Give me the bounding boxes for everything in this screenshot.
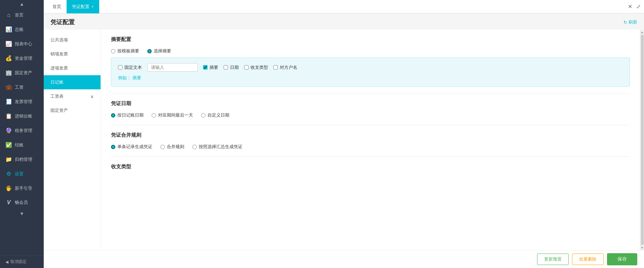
checkbox-income-type[interactable]: 收支类型 xyxy=(244,64,268,71)
main-area: 首页 凭证配置 × ✕ ⤢ 凭证配置 ↻ 刷新 公共选项 销项发票 进 xyxy=(44,0,644,268)
income-type-section: 收支类型 xyxy=(111,164,630,182)
tab-home[interactable]: 首页 xyxy=(47,0,67,13)
merge-rule-section: 凭证合并规则 单条记录生成凭证 合并规则 按照选择汇总生成凭证 xyxy=(111,132,630,157)
left-nav-payroll[interactable]: 工资表 ∨ xyxy=(44,89,101,103)
left-nav: 公共选项 销项发票 进项发票 日记账 工资表 ∨ 固定资产 xyxy=(44,30,101,250)
cancel-pin-button[interactable]: ◀ 取消固定 xyxy=(0,255,44,268)
abstract-section: 摘要配置 按模板摘要 选择摘要 固定文本 xyxy=(111,36,630,94)
scrollbar[interactable]: ▲ ▼ xyxy=(640,30,644,250)
checkbox-abstract[interactable]: 摘要 xyxy=(203,64,218,71)
radio-single-record[interactable]: 单条记录生成凭证 xyxy=(111,144,152,150)
home-icon: ⌂ xyxy=(5,12,12,18)
radio-due-last-day[interactable]: 对应期间最后一天 xyxy=(152,112,193,118)
bottom-bar: 更新预置 批量删除 保存 xyxy=(44,250,644,268)
sidebar-item-tax[interactable]: 🔮 税务管理 xyxy=(0,123,44,138)
tab-bar: 首页 凭证配置 × ✕ ⤢ xyxy=(44,0,644,13)
income-type-title: 收支类型 xyxy=(111,164,630,170)
merge-rule-radio-group: 单条记录生成凭证 合并规则 按照选择汇总生成凭证 xyxy=(111,144,630,150)
voucher-date-radio-group: 按日记账日期 对应期间最后一天 自定义日期 xyxy=(111,112,630,118)
report-icon: 📈 xyxy=(5,41,12,47)
update-preview-button[interactable]: 更新预置 xyxy=(537,254,569,265)
sidebar-item-fund[interactable]: 💰 资金管理 xyxy=(0,51,44,65)
tab-close-button[interactable]: × xyxy=(91,4,94,9)
member-icon: V xyxy=(5,199,12,206)
sidebar-scroll-down[interactable]: ▼ xyxy=(0,210,44,218)
save-button[interactable]: 保存 xyxy=(607,253,637,265)
merge-rule-title: 凭证合并规则 xyxy=(111,132,630,138)
sidebar-item-member[interactable]: V 畅会员 xyxy=(0,195,44,210)
assets-icon: 🏢 xyxy=(5,70,12,76)
abstract-section-title: 摘要配置 xyxy=(111,36,630,43)
left-nav-journal[interactable]: 日记账 xyxy=(44,75,101,89)
sidebar-item-settings[interactable]: ⚙ 设置 xyxy=(0,167,44,181)
page-title: 凭证配置 xyxy=(50,18,75,26)
radio-custom-date[interactable]: 自定义日期 xyxy=(201,112,229,118)
settings-icon: ⚙ xyxy=(5,171,12,177)
fixed-text-input[interactable] xyxy=(147,63,198,72)
checkbox-date[interactable]: 日期 xyxy=(224,64,239,71)
ledger-icon: 📊 xyxy=(5,26,12,33)
salary-icon: 💼 xyxy=(5,84,12,90)
left-nav-fixed-assets[interactable]: 固定资产 xyxy=(44,103,101,118)
invoice-icon: 🧾 xyxy=(5,98,12,105)
voucher-date-section: 凭证日期 按日记账日期 对应期间最后一天 自定义日期 xyxy=(111,100,630,125)
window-close-icon[interactable]: ✕ xyxy=(628,3,632,10)
abstract-radio-group: 按模板摘要 选择摘要 xyxy=(111,48,630,54)
checkbox-fixed-text[interactable]: 固定文本 xyxy=(118,64,142,71)
content-layout: 公共选项 销项发票 进项发票 日记账 工资表 ∨ 固定资产 摘要配置 xyxy=(44,30,644,250)
sidebar: ▲ ⌂ 首页 📊 总账 📈 报表中心 💰 资金管理 🏢 固定资产 💼 工资 🧾 … xyxy=(0,0,44,268)
sidebar-item-checkout[interactable]: ✅ 结账 xyxy=(0,138,44,152)
radio-template-abstract[interactable]: 按模板摘要 xyxy=(111,48,139,54)
pin-icon: ◀ xyxy=(5,260,8,264)
guide-icon: 🖐 xyxy=(5,185,12,191)
sidebar-item-archive[interactable]: 📁 归档管理 xyxy=(0,152,44,167)
batch-delete-button[interactable]: 批量删除 xyxy=(572,254,604,265)
sidebar-item-invoice[interactable]: 🧾 发票管理 xyxy=(0,94,44,109)
voucher-date-title: 凭证日期 xyxy=(111,100,630,107)
abstract-example: 例如： 摘要 xyxy=(118,75,623,81)
abstract-config-box: 固定文本 摘要 日期 收支类型 xyxy=(111,57,630,87)
refresh-button[interactable]: ↻ 刷新 xyxy=(623,19,637,25)
abstract-options-row: 固定文本 摘要 日期 收支类型 xyxy=(118,63,623,72)
sidebar-item-home[interactable]: ⌂ 首页 xyxy=(0,8,44,22)
refresh-icon: ↻ xyxy=(623,20,627,25)
radio-select-summary[interactable]: 按照选择汇总生成凭证 xyxy=(192,144,242,150)
radio-select-abstract[interactable]: 选择摘要 xyxy=(147,48,171,54)
page-header: 凭证配置 ↻ 刷新 xyxy=(44,13,644,30)
tax-icon: 🔮 xyxy=(5,127,12,134)
tab-voucher-config[interactable]: 凭证配置 × xyxy=(67,0,99,13)
sidebar-scroll-up[interactable]: ▲ xyxy=(0,0,44,8)
left-nav-public[interactable]: 公共选项 xyxy=(44,33,101,47)
right-content: 摘要配置 按模板摘要 选择摘要 固定文本 xyxy=(101,30,640,250)
chevron-down-icon: ∨ xyxy=(90,94,94,99)
radio-journal-date[interactable]: 按日记账日期 xyxy=(111,112,144,118)
left-nav-purchase-invoice[interactable]: 进项发票 xyxy=(44,61,101,75)
window-expand-icon[interactable]: ⤢ xyxy=(636,3,641,10)
checkbox-counterpart[interactable]: 对方户名 xyxy=(273,64,297,71)
sidebar-item-report[interactable]: 📈 报表中心 xyxy=(0,37,44,51)
sidebar-item-assets[interactable]: 🏢 固定资产 xyxy=(0,65,44,80)
purchase-icon: 📋 xyxy=(5,113,12,119)
fund-icon: 💰 xyxy=(5,55,12,61)
sidebar-item-salary[interactable]: 💼 工资 xyxy=(0,80,44,94)
left-nav-sales-invoice[interactable]: 销项发票 xyxy=(44,47,101,61)
tab-bar-controls: ✕ ⤢ xyxy=(628,3,641,10)
sidebar-item-ledger[interactable]: 📊 总账 xyxy=(0,22,44,37)
sidebar-item-guide[interactable]: 🖐 新手引导 xyxy=(0,181,44,195)
radio-merge-rule[interactable]: 合并规则 xyxy=(160,144,184,150)
sidebar-item-purchase[interactable]: 📋 进销台账 xyxy=(0,109,44,123)
archive-icon: 📁 xyxy=(5,156,12,163)
checkout-icon: ✅ xyxy=(5,142,12,148)
